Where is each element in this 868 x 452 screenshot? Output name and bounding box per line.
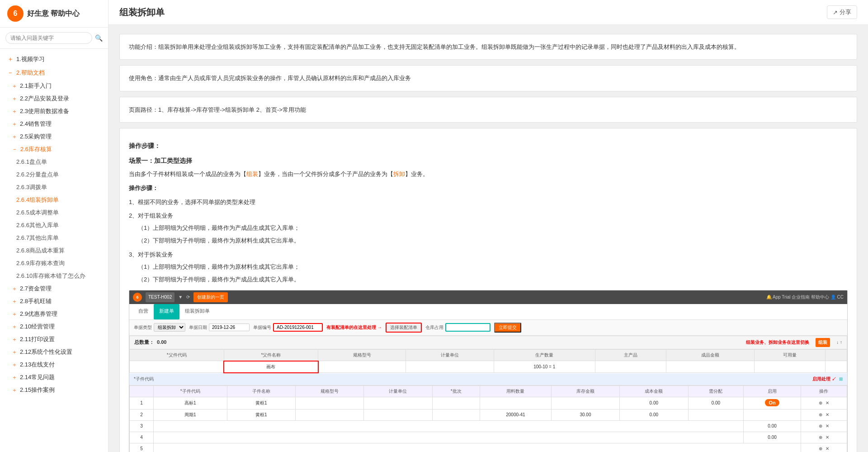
intro-text: 功能介绍：组装拆卸单用来处理企业组装或拆卸等加工业务，支持有固定装配清单的产品加… [129,43,740,50]
path-card: 页面路径：1、库存核算->库存管理->组装拆卸单 2、首页->常用功能 [119,97,857,123]
sidebar-leaf-2-6-2[interactable]: 2.6.2分量盘点单 [0,168,108,181]
sidebar-item-2-7[interactable]: ＋ 2.7资金管理 [0,282,108,295]
inner-sub-td-code: 周期1 [154,409,227,420]
sidebar-item-2-13[interactable]: ＋ 2.13在线支付 [0,358,108,371]
sidebar-item-video[interactable]: ＋ 1.视频学习 [0,52,108,66]
inner-app-new-btn[interactable]: 创建新的一页 [193,292,228,302]
inner-submit-btn[interactable]: 立即提交 [494,323,521,333]
ops-steps-title2: 操作步骤： [129,183,848,193]
sidebar-item-label: 2.10经营管理 [20,323,55,331]
sidebar-item-2-12[interactable]: ＋ 2.12系统个性化设置 [0,346,108,358]
inner-sub-th-ops: 操作 [801,385,847,397]
sidebar-item-label: 2.11打印设置 [20,335,55,343]
sidebar-leaf-2-6-8[interactable]: 2.6.8商品成本重算 [0,244,108,257]
inner-th-qty: 生产数量 [494,349,595,361]
copy-icon[interactable]: ⊕ [819,423,822,428]
role-text: 使用角色：通常由生产人员或库管人员完成拆装业务的操作，库管人员确认原材料的出库和… [129,75,411,81]
delete-icon[interactable]: ✕ [826,446,829,451]
sidebar-item-2-3[interactable]: ＋ 2.3使用前数据准备 [0,105,108,118]
table-row: 5 ⊕ ✕ [130,443,847,452]
share-button[interactable]: ↗ 分享 [827,5,857,19]
inner-type-toggle[interactable]: 组装 [816,338,830,347]
inner-app-dropdown: ▼ [178,293,183,301]
inner-status-group: 仓库占用 [425,323,491,332]
inner-doc-type-select[interactable]: 组装拆卸 [154,323,185,332]
page-title: 组装拆卸单 [119,6,165,19]
sidebar-item-2-6[interactable]: － 2.6库存核算 [0,143,108,156]
copy-icon[interactable]: ⊕ [819,435,822,440]
role-card: 使用角色：通常由生产人员或库管人员完成拆装业务的操作，库管人员确认原材料的出库和… [119,65,857,91]
inner-doc-type-group: 单据类型 组装拆卸 [134,323,185,332]
inner-app-bar: 6 TEST-H002 ▼ ⟳ 创建新的一页 🔔 App Trial 企业指南 … [129,290,847,304]
inner-sub-td-cost-3: 0.00 [744,420,801,432]
inner-sub-td-batch [432,397,480,409]
inner-sub-th-name: 子件名称 [227,385,295,397]
inner-tab-new[interactable]: 新建单 [154,304,179,319]
sidebar-item-2-8[interactable]: ＋ 2.8手机旺辅 [0,295,108,308]
sidebar-item-label: 2.1新手入门 [20,82,52,90]
inner-td-unit [406,361,494,373]
sidebar-item-help-docs[interactable]: － 2.帮助文档 [0,66,108,80]
sidebar-leaf-2-6-1[interactable]: 2.6.1盘点单 [0,156,108,168]
inner-date-input[interactable] [209,324,250,331]
sidebar-item-2-9[interactable]: ＋ 2.9优惠券管理 [0,308,108,320]
sidebar-item-2-11[interactable]: ＋ 2.11打印设置 [0,333,108,346]
sidebar-leaf-2-6-3[interactable]: 2.6.3调拨单 [0,181,108,194]
main-content: 组装拆卸单 ↗ 分享 功能介绍：组装拆卸单用来处理企业组装或拆卸等加工业务，支持… [108,0,868,452]
sidebar-leaf-2-6-9[interactable]: 2.6.9库存账本查询 [0,257,108,270]
delete-icon[interactable]: ✕ [826,423,829,428]
copy-icon[interactable]: ⊕ [819,400,822,405]
inner-sub-td-ops: ⊕ ✕ [801,397,847,409]
inner-docno-input[interactable] [273,323,323,332]
inner-tab-home[interactable]: 自营 [133,304,154,319]
copy-icon[interactable]: ⊕ [819,412,822,417]
sidebar-item-2-4[interactable]: ＋ 2.4销售管理 [0,118,108,130]
inner-sub-th-qty: 用料数量 [480,385,551,397]
inner-sub-td-unit [364,397,432,409]
plus-icon: ＋ [12,133,17,141]
table-row: 2 周期1 黄框1 20000-41 30.00 0.00 [130,409,847,420]
sidebar-nav: ＋ 1.视频学习 － 2.帮助文档 ＋ 2.1新手入门 ＋ 2.2产品安装及登录… [0,49,108,452]
inner-nav: 自营 新建单 组装拆卸单 [129,304,847,320]
sidebar-leaf-2-6-7[interactable]: 2.6.7其他出库单 [0,232,108,244]
inner-sub-th-dist: 需分配 [688,385,744,397]
inner-tab-doc[interactable]: 组装拆卸单 [179,304,215,319]
sidebar-leaf-2-6-5[interactable]: 2.6.5成本调整单 [0,206,108,219]
inner-sub-td-ops-4: ⊕ ✕ [801,432,847,443]
plus-icon: ＋ [12,95,17,103]
step2-1: （1）上部明细为父件明细，最终作为产成品生成其它入库单； [129,223,848,233]
delete-icon[interactable]: ✕ [826,435,829,440]
sidebar-leaf-2-6-6[interactable]: 2.6.6其他入库单 [0,219,108,232]
inner-count-label: 总数量： [134,338,154,347]
inner-td-name[interactable]: 画布 [224,361,318,373]
sidebar-item-label: 2.15操作案例 [20,386,55,394]
sidebar-item-label: 2.4销售管理 [20,120,52,128]
search-input[interactable] [5,32,92,44]
plus-icon: ＋ [12,298,17,305]
delete-icon[interactable]: ✕ [826,400,829,405]
search-icon[interactable]: 🔍 [95,34,103,42]
sidebar-item-label: 2.6库存核算 [20,145,52,153]
inner-sub-td-empty [154,432,744,443]
minus-icon: － [12,145,18,153]
sidebar-item-2-14[interactable]: ＋ 2.14常见问题 [0,371,108,384]
inner-sub-th-code: *子件代码 [154,385,227,397]
sidebar-item-2-10[interactable]: ＋ 2.10经营管理 [0,320,108,333]
inner-status-input[interactable] [445,323,491,332]
inner-sub-td-batch [432,409,480,420]
sidebar-leaf-2-6-4[interactable]: 2.6.4组装拆卸单 [0,194,108,206]
inner-sub-td-dist: 0.00 [688,397,744,409]
inner-count-value: 0.00 [157,338,166,347]
sidebar-item-2-2[interactable]: ＋ 2.2产品安装及登录 [0,92,108,105]
sidebar-item-2-5[interactable]: ＋ 2.5采购管理 [0,130,108,143]
sidebar-item-2-1[interactable]: ＋ 2.1新手入门 [0,80,108,92]
inner-sub-count: *子件代码 [134,375,154,383]
sidebar-item-label: 2.2产品安装及登录 [20,95,69,103]
on-badge[interactable]: On [765,399,779,406]
sidebar-leaf-2-6-10[interactable]: 2.6.10库存账本错了怎么办 [0,270,108,282]
delete-icon[interactable]: ✕ [826,412,829,417]
intro-card: 功能介绍：组装拆卸单用来处理企业组装或拆卸等加工业务，支持有固定装配清单的产品加… [119,34,857,60]
sidebar-item-2-15[interactable]: ＋ 2.15操作案例 [0,384,108,396]
inner-assembly-btn[interactable]: 选择装配清单 [386,323,422,333]
copy-icon[interactable]: ⊕ [819,446,822,451]
